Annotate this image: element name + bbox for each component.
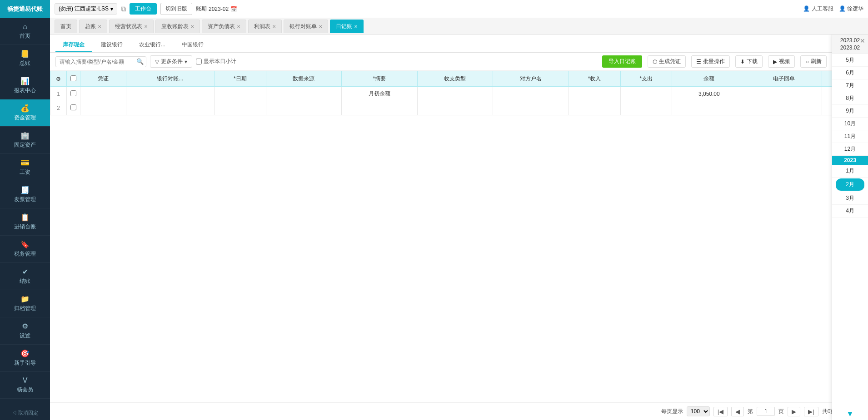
col-balance: 余额 bbox=[672, 71, 746, 87]
show-daily-total-checkbox[interactable] bbox=[196, 59, 202, 64]
user-avatar[interactable]: 👤 徐逻华 bbox=[839, 5, 863, 13]
tab-ledger[interactable]: 总账 ✕ bbox=[79, 20, 107, 33]
tab-journal[interactable]: 日记账 ✕ bbox=[330, 20, 364, 33]
date-month-11[interactable]: 11月 bbox=[832, 130, 868, 143]
sidebar-item-ledger[interactable]: 📒 总账 bbox=[0, 45, 50, 72]
sidebar-item-member[interactable]: V 畅会员 bbox=[0, 372, 50, 399]
row1-bank-match bbox=[126, 87, 215, 101]
tab-assets-close[interactable]: ✕ bbox=[237, 24, 240, 29]
tab-status-close[interactable]: ✕ bbox=[144, 24, 148, 29]
calendar-icon[interactable]: 📅 bbox=[230, 6, 237, 12]
last-page-button[interactable]: ▶| bbox=[804, 407, 818, 416]
company-name: (勿册) 江西超宝-LSS bbox=[59, 5, 109, 13]
tab-status[interactable]: 经营状况表 ✕ bbox=[109, 20, 154, 33]
refresh-icon: ○ bbox=[805, 59, 808, 65]
sidebar-item-reports[interactable]: 📊 报表中心 bbox=[0, 72, 50, 99]
sidebar: 畅捷通易代账 ⌂ 首页 📒 总账 📊 报表中心 💰 资金管理 🏢 固定资产 💳 … bbox=[0, 0, 50, 420]
prev-page-button[interactable]: ◀ bbox=[731, 407, 744, 416]
date-month-8[interactable]: 8月 bbox=[832, 92, 868, 105]
col-counterpart: 对方户名 bbox=[493, 71, 569, 87]
sidebar-item-guide[interactable]: 🎯 新手引导 bbox=[0, 345, 50, 372]
sidebar-item-sales[interactable]: 📋 进销台账 bbox=[0, 208, 50, 236]
sidebar-item-archive[interactable]: 📁 归档管理 bbox=[0, 290, 50, 317]
sidebar-item-settings[interactable]: ⚙ 设置 bbox=[0, 317, 50, 345]
sales-icon: 📋 bbox=[20, 213, 30, 222]
select-all-checkbox[interactable] bbox=[70, 75, 76, 81]
generate-voucher-button[interactable]: ⬡ 生成凭证 bbox=[648, 55, 686, 68]
date-month-12[interactable]: 12月 bbox=[832, 143, 868, 156]
row2-summary bbox=[342, 101, 418, 115]
date-month-3-2023[interactable]: 3月 bbox=[832, 192, 868, 205]
company-selector[interactable]: (勿册) 江西超宝-LSS ▾ bbox=[55, 3, 117, 15]
period-value: 2023-02 bbox=[209, 6, 229, 12]
tab-journal-close[interactable]: ✕ bbox=[354, 24, 358, 29]
sidebar-item-close[interactable]: ✔ 结账 bbox=[0, 263, 50, 290]
col-settings[interactable]: ⚙ bbox=[50, 71, 67, 87]
sidebar-item-invoice[interactable]: 🧾 发票管理 bbox=[0, 181, 50, 208]
batch-operation-button[interactable]: ☰ 批量操作 bbox=[691, 55, 730, 68]
per-page-label: 每页显示 bbox=[661, 408, 683, 415]
bank-tab-jianshe[interactable]: 建设银行 bbox=[94, 38, 130, 52]
bank-tab-nongye[interactable]: 农业银行... bbox=[132, 38, 173, 52]
sidebar-item-tax[interactable]: 🔖 税务管理 bbox=[0, 236, 50, 263]
refresh-button[interactable]: ○ 刷新 bbox=[800, 55, 826, 68]
sidebar-item-home-label: 首页 bbox=[20, 32, 30, 40]
first-page-button[interactable]: |◀ bbox=[713, 407, 728, 416]
download-label: 下载 bbox=[747, 58, 758, 65]
col-summary: *摘要 bbox=[342, 71, 418, 87]
switch-old-button[interactable]: 切到旧版 bbox=[160, 3, 192, 15]
date-nav-down-btn[interactable]: ▼ bbox=[832, 408, 868, 420]
workbench-button[interactable]: 工作台 bbox=[130, 3, 157, 15]
bank-tab-cash[interactable]: 库存现金 bbox=[55, 38, 92, 52]
date-month-10[interactable]: 10月 bbox=[832, 118, 868, 130]
date-month-5[interactable]: 5月 bbox=[832, 54, 868, 67]
col-check[interactable] bbox=[67, 71, 80, 87]
sidebar-item-fixed[interactable]: 🏢 固定资产 bbox=[0, 127, 50, 154]
tab-profit-close[interactable]: ✕ bbox=[272, 24, 276, 29]
tab-bank-match[interactable]: 银行对账单 ✕ bbox=[284, 20, 328, 33]
row1-checkbox[interactable] bbox=[70, 90, 76, 96]
tab-journal-label: 日记账 bbox=[336, 23, 352, 30]
company-dropdown-icon: ▾ bbox=[110, 6, 113, 12]
search-input[interactable] bbox=[55, 56, 146, 67]
sidebar-item-member-label: 畅会员 bbox=[17, 386, 33, 394]
date-panel-close-btn[interactable]: ✕ bbox=[860, 37, 865, 44]
date-month-6[interactable]: 6月 bbox=[832, 67, 868, 79]
per-page-select[interactable]: 100 50 200 bbox=[687, 406, 710, 416]
date-month-4-2023[interactable]: 4月 bbox=[832, 205, 868, 217]
tab-assets[interactable]: 资产负债表 ✕ bbox=[202, 20, 246, 33]
capital-icon: 💰 bbox=[20, 104, 30, 113]
copy-icon[interactable]: ⧉ bbox=[121, 5, 126, 13]
date-month-9[interactable]: 9月 bbox=[832, 105, 868, 118]
download-button[interactable]: ⬇ 下载 bbox=[735, 55, 763, 68]
tab-bank-match-close[interactable]: ✕ bbox=[319, 24, 322, 29]
tab-ledger-close[interactable]: ✕ bbox=[98, 24, 101, 29]
tab-profit[interactable]: 利润表 ✕ bbox=[248, 20, 282, 33]
date-month-2-2023[interactable]: 2月 bbox=[836, 178, 864, 191]
date-month-1-2023[interactable]: 1月 bbox=[832, 165, 868, 178]
bank-tab-zhongguo[interactable]: 中国银行 bbox=[175, 38, 211, 52]
tab-bar: 首页 总账 ✕ 经营状况表 ✕ 应收账龄表 ✕ 资产负债表 ✕ 利润表 ✕ 银行… bbox=[50, 18, 868, 35]
unpin-sidebar-btn[interactable]: ◁ 取消固定 bbox=[0, 406, 50, 420]
sidebar-item-home[interactable]: ⌂ 首页 bbox=[0, 18, 50, 45]
row2-checkbox[interactable] bbox=[70, 104, 76, 110]
sidebar-item-capital[interactable]: 💰 资金管理 bbox=[0, 99, 50, 127]
video-button[interactable]: ▶ 视频 bbox=[768, 55, 795, 68]
page-number-input[interactable] bbox=[757, 407, 775, 416]
filter-button[interactable]: ▽ 更多条件 ▾ bbox=[150, 55, 192, 68]
tab-receivable-close[interactable]: ✕ bbox=[190, 24, 194, 29]
sidebar-item-salary[interactable]: 💳 工资 bbox=[0, 154, 50, 181]
tab-home-label: 首页 bbox=[60, 23, 71, 30]
row2-expense bbox=[620, 101, 672, 115]
row2-check[interactable] bbox=[67, 101, 80, 115]
show-daily-total-checkbox-label[interactable]: 显示本日小计 bbox=[196, 58, 236, 65]
next-page-button[interactable]: ▶ bbox=[788, 407, 800, 416]
date-month-7[interactable]: 7月 bbox=[832, 79, 868, 92]
download-icon: ⬇ bbox=[740, 59, 745, 65]
customer-service-btn[interactable]: 👤 人工客服 bbox=[803, 5, 833, 13]
main-toolbar: 🔍 ▽ 更多条件 ▾ 显示本日小计 导入日记账 ⬡ 生成凭证 bbox=[50, 53, 868, 71]
tab-receivable[interactable]: 应收账龄表 ✕ bbox=[155, 20, 200, 33]
row1-check[interactable] bbox=[67, 87, 80, 101]
tab-home[interactable]: 首页 bbox=[55, 20, 77, 33]
import-journal-button[interactable]: 导入日记账 bbox=[602, 55, 642, 68]
